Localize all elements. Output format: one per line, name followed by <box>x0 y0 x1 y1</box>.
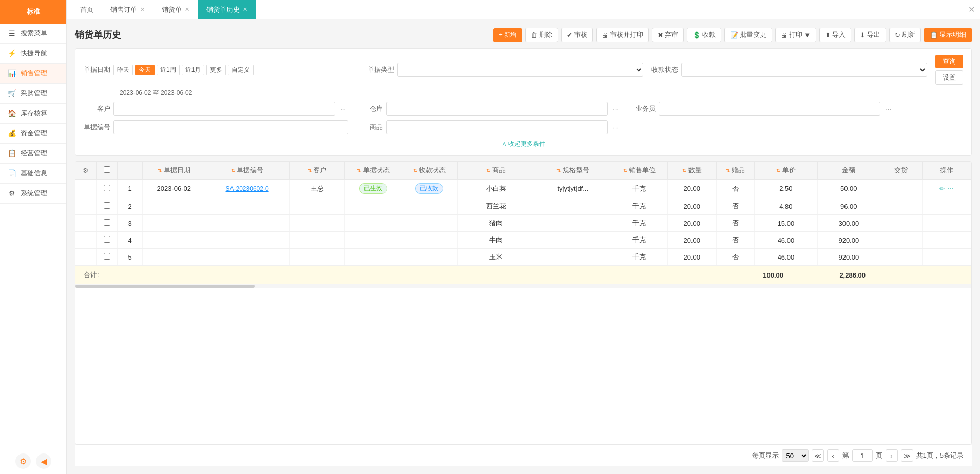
refresh-button[interactable]: ↻ 刷新 <box>889 28 921 42</box>
th-unit[interactable]: ⇅ 销售单位 <box>611 162 668 180</box>
sort-goods-icon: ⇅ <box>486 168 490 173</box>
horizontal-scrollbar[interactable] <box>75 284 971 288</box>
th-doc-status[interactable]: ⇅ 单据状态 <box>345 162 401 180</box>
th-date[interactable]: ⇅ 单据日期 <box>143 162 205 180</box>
sidebar-item-quick-nav[interactable]: ⚡ 快捷导航 <box>0 44 66 64</box>
goods-input[interactable] <box>386 120 608 134</box>
row-checkbox[interactable] <box>104 202 110 209</box>
tab-sales-history[interactable]: 销货单历史 ✕ <box>198 0 256 19</box>
salesperson-input[interactable] <box>659 102 880 116</box>
th-price[interactable]: ⇅ 单价 <box>755 162 817 180</box>
sidebar-item-purchase-mgmt[interactable]: 🛒 采购管理 <box>0 84 66 104</box>
export-button[interactable]: ⬇ 导出 <box>854 28 886 42</box>
sidebar-item-base-info[interactable]: 📄 基础信息 <box>0 164 66 184</box>
edit-action[interactable]: ✏ <box>939 185 945 192</box>
th-goods[interactable]: ⇅ 商品 <box>457 162 534 180</box>
date-quick-month[interactable]: 近1月 <box>182 65 205 75</box>
td-amount: 50.00 <box>817 180 880 198</box>
summary-values: 100.00 2,286.00 <box>114 271 963 279</box>
tab-sales-goods[interactable]: 销货单 ✕ <box>153 0 198 19</box>
sidebar-item-sales-mgmt[interactable]: 📊 销售管理 <box>0 64 66 84</box>
prev-page-btn[interactable]: ‹ <box>827 449 839 462</box>
docnum-input[interactable] <box>113 120 348 134</box>
next-page-btn[interactable]: › <box>886 449 898 462</box>
audit-button[interactable]: ✔ 审核 <box>561 28 593 42</box>
import-button[interactable]: ⬆ 导入 <box>819 28 851 42</box>
close-main-btn[interactable]: ✕ <box>968 5 975 14</box>
setting-button[interactable]: 设置 <box>935 70 963 85</box>
sidebar-collapse-btn[interactable]: ◀ <box>36 453 51 469</box>
date-quick-week[interactable]: 近1周 <box>157 65 180 75</box>
scrollbar-thumb[interactable] <box>75 285 255 288</box>
print-button[interactable]: 🖨 打印 ▼ <box>775 28 816 42</box>
doctype-select[interactable] <box>397 63 643 77</box>
th-gear[interactable]: ⚙ <box>75 162 97 180</box>
per-page-select[interactable]: 50 20 100 <box>782 449 809 462</box>
sidebar-item-sys-mgmt[interactable]: ⚙ 系统管理 <box>0 184 66 204</box>
select-all-checkbox[interactable] <box>104 166 110 173</box>
tab-sales-history-label: 销货单历史 <box>206 5 240 14</box>
td-checkbox[interactable] <box>97 198 118 215</box>
sidebar-settings-btn[interactable]: ⚙ <box>15 453 31 469</box>
docnum-label: 单据编号 <box>84 123 110 132</box>
customer-input[interactable] <box>113 102 335 116</box>
row-checkbox[interactable] <box>104 253 110 260</box>
paystatus-select[interactable] <box>681 63 927 77</box>
warehouse-input[interactable] <box>386 102 608 116</box>
tab-home[interactable]: 首页 <box>72 0 102 19</box>
tab-sales-order[interactable]: 销售订单 ✕ <box>102 0 153 19</box>
order-link[interactable]: SA-20230602-0 <box>226 185 269 192</box>
td-checkbox[interactable] <box>97 180 118 198</box>
sys-mgmt-icon: ⚙ <box>7 189 16 198</box>
query-button[interactable]: 查询 <box>935 55 963 68</box>
date-quick-today[interactable]: 今天 <box>135 65 155 75</box>
quick-nav-icon: ⚡ <box>7 49 16 57</box>
page-input[interactable] <box>852 449 873 462</box>
sidebar-item-finance-mgmt[interactable]: 💰 资金管理 <box>0 124 66 144</box>
td-checkbox[interactable] <box>97 215 118 232</box>
goods-dots[interactable]: ··· <box>611 124 621 131</box>
td-gear <box>75 232 97 249</box>
pagination: 每页显示 50 20 100 ≪ ‹ 第 页 › ≫ 共1页，5条记录 <box>75 445 972 466</box>
td-deal <box>880 232 923 249</box>
table-row: 5玉米千克20.00否46.00920.00 <box>75 249 971 266</box>
sidebar-item-ops-mgmt[interactable]: 📋 经营管理 <box>0 144 66 164</box>
delete-button[interactable]: 🗑 删除 <box>525 28 558 42</box>
customer-dots[interactable]: ··· <box>338 105 348 113</box>
th-gift[interactable]: ⇅ 赠品 <box>716 162 754 180</box>
tab-sales-goods-close[interactable]: ✕ <box>185 6 189 13</box>
more-action[interactable]: ⋯ <box>948 185 954 192</box>
td-checkbox[interactable] <box>97 249 118 266</box>
th-order[interactable]: ⇅ 单据编号 <box>205 162 289 180</box>
date-quick-more[interactable]: 更多 <box>206 65 226 75</box>
sidebar-item-search-menu[interactable]: ☰ 搜索菜单 <box>0 24 66 44</box>
warehouse-dots[interactable]: ··· <box>611 105 621 113</box>
audit-print-icon: 🖨 <box>602 31 608 39</box>
th-customer[interactable]: ⇅ 客户 <box>289 162 345 180</box>
td-checkbox[interactable] <box>97 232 118 249</box>
row-checkbox[interactable] <box>104 219 110 226</box>
th-pay-status[interactable]: ⇅ 收款状态 <box>401 162 458 180</box>
date-quick-yesterday[interactable]: 昨天 <box>113 65 133 75</box>
batch-change-button[interactable]: 📝 批量变更 <box>724 28 772 42</box>
salesperson-dots[interactable]: ··· <box>883 105 893 113</box>
sidebar: 标准 ☰ 搜索菜单 ⚡ 快捷导航 📊 销售管理 🛒 采购管理 🏠 库存核算 💰 … <box>0 0 67 474</box>
tab-sales-history-close[interactable]: ✕ <box>243 6 247 13</box>
show-detail-button[interactable]: 📋 显示明细 <box>924 28 972 42</box>
audit-print-button[interactable]: 🖨 审核并打印 <box>596 28 649 42</box>
last-page-btn[interactable]: ≫ <box>901 449 913 462</box>
first-page-btn[interactable]: ≪ <box>812 449 824 462</box>
th-spec[interactable]: ⇅ 规格型号 <box>534 162 611 180</box>
tab-sales-order-close[interactable]: ✕ <box>140 6 145 13</box>
abandon-button[interactable]: ✖ 弃审 <box>652 28 684 42</box>
row-checkbox[interactable] <box>104 185 110 191</box>
row-checkbox[interactable] <box>104 236 110 243</box>
add-button[interactable]: + 新增 <box>493 28 522 42</box>
td-gear <box>75 215 97 232</box>
th-qty[interactable]: ⇅ 数量 <box>667 162 716 180</box>
sidebar-item-stock-calc[interactable]: 🏠 库存核算 <box>0 104 66 124</box>
data-table: ⚙ ⇅ 单据日期 ⇅ 单据编号 <box>75 162 971 266</box>
date-quick-custom[interactable]: 自定义 <box>228 65 254 75</box>
collect-button[interactable]: 💲 收款 <box>687 28 721 42</box>
collapse-button[interactable]: ∧ 收起更多条件 <box>84 139 963 149</box>
